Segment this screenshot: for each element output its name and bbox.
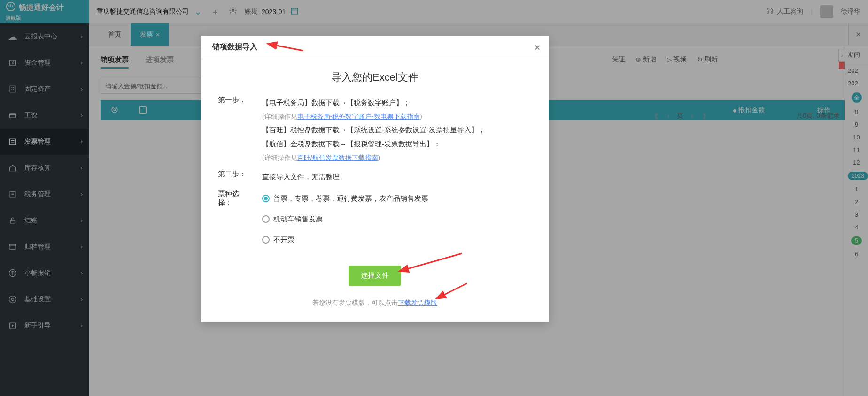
type-label: 票种选择： [218,190,253,247]
radio-label: 不开票 [273,233,294,247]
template-hint: 若您没有发票模版，可以点击下载发票模版 [218,299,532,307]
step1-line2: 【百旺】税控盘数据下载→【系统设置-系统参数设置-发票批量导入】； [262,123,532,137]
step1-label: 第一步： [218,96,253,164]
radio-normal[interactable]: 普票，专票，卷票，通行费发票，农产品销售发票 [262,191,532,206]
step1-line1: 【电子税务局】数据下载→【税务数字账户】； [262,96,532,110]
radio-icon [262,195,270,202]
guide-link-etax[interactable]: 电子税务局-税务数字账户-数电票下载指南 [297,113,420,120]
step1-line3: 【航信】金税盘数据下载→【报税管理-发票数据导出】； [262,137,532,151]
radio-none[interactable]: 不开票 [262,233,532,247]
radio-label: 机动车销售发票 [273,212,323,226]
guide-link-bwhx[interactable]: 百旺/航信发票数据下载指南 [297,154,378,161]
download-template-link[interactable]: 下载发票模版 [398,299,437,306]
import-modal: 销项数据导入 × 导入您的Excel文件 第一步： 【电子税务局】数据下载→【税… [201,36,549,322]
step2-label: 第二步： [218,170,253,184]
step1-note2: (详细操作见百旺/航信发票数据下载指南) [262,151,532,164]
select-file-button[interactable]: 选择文件 [349,266,401,286]
modal-subtitle: 导入您的Excel文件 [218,70,532,84]
step2-text: 直接导入文件，无需整理 [262,170,532,184]
radio-label: 普票，专票，卷票，通行费发票，农产品销售发票 [273,191,428,206]
radio-icon [262,236,270,244]
modal-title: 销项数据导入 [212,42,257,52]
modal-header: 销项数据导入 × [201,36,549,59]
radio-icon [262,215,270,223]
step1-note1: (详细操作见电子税务局-税务数字账户-数电票下载指南) [262,110,532,123]
close-icon[interactable]: × [535,42,540,53]
radio-vehicle[interactable]: 机动车销售发票 [262,212,532,226]
